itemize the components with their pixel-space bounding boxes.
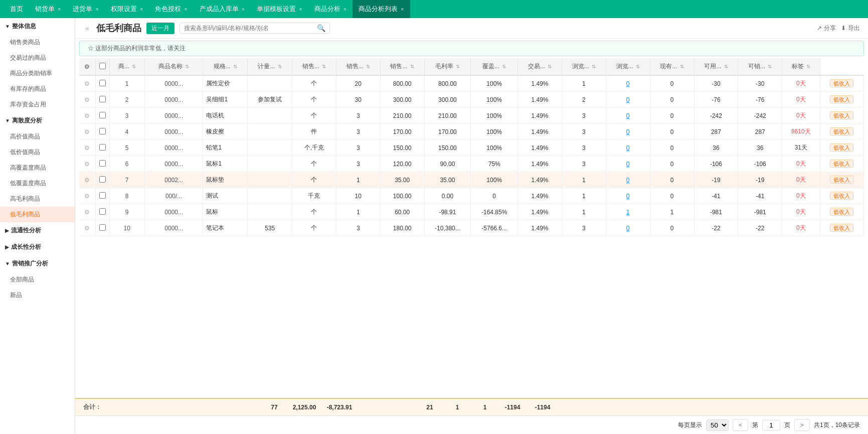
row-select-checkbox[interactable] bbox=[99, 192, 106, 199]
sidebar-item-sales-products[interactable]: 销售类商品 bbox=[0, 35, 75, 50]
export-button[interactable]: ⬇ 导出 bbox=[841, 24, 860, 33]
gross-rate-col-header[interactable]: 毛利率 ⇅ bbox=[424, 58, 471, 75]
sidebar-section-growth[interactable]: ▶ 成长性分析 bbox=[0, 239, 75, 255]
checkbox-col-header[interactable] bbox=[95, 58, 109, 75]
available-col-header[interactable]: 可用... ⇅ bbox=[694, 58, 738, 75]
browse2-col-header[interactable]: 浏览... ⇅ bbox=[606, 58, 650, 75]
sidebar-item-traded-products[interactable]: 交易过的商品 bbox=[0, 50, 75, 66]
row-checkbox[interactable] bbox=[95, 156, 109, 172]
search-input[interactable] bbox=[184, 25, 317, 32]
spec-col-header[interactable]: 规格... ⇅ bbox=[203, 58, 248, 75]
code-col-header[interactable]: 商... ⇅ bbox=[109, 58, 144, 75]
cover-rate-col-header[interactable]: 覆盖... ⇅ bbox=[471, 58, 518, 75]
nav-product-analysis-list[interactable]: 商品分析列表 × bbox=[353, 0, 410, 18]
sidebar-item-high-coverage[interactable]: 高覆盖度商品 bbox=[0, 160, 75, 176]
row-browse1[interactable]: 0 bbox=[606, 220, 650, 236]
row-browse1[interactable]: 0 bbox=[606, 75, 650, 92]
nav-template-setting[interactable]: 单据模板设置 × bbox=[251, 0, 308, 18]
sidebar-item-high-margin[interactable]: 高毛利商品 bbox=[0, 191, 75, 207]
date-filter-button[interactable]: 近一月 bbox=[146, 23, 175, 34]
nav-close-sales-order[interactable]: × bbox=[58, 6, 61, 12]
search-icon[interactable]: 🔍 bbox=[317, 24, 325, 32]
per-page-select[interactable]: 50 bbox=[706, 419, 729, 431]
sidebar-item-low-coverage[interactable]: 低覆盖度商品 bbox=[0, 176, 75, 191]
sales-qty-col-header[interactable]: 销售... ⇅ bbox=[292, 58, 336, 75]
sidebar-collapse-button[interactable]: « bbox=[83, 24, 91, 32]
row-checkbox[interactable] bbox=[95, 188, 109, 204]
trade-col-header[interactable]: 交易... ⇅ bbox=[518, 58, 562, 75]
sidebar-item-in-stock[interactable]: 有库存的商品 bbox=[0, 81, 75, 97]
nav-product-analysis[interactable]: 商品分析 × bbox=[308, 0, 353, 18]
sales-price-col-header[interactable]: 销售... ⇅ bbox=[336, 58, 380, 75]
nav-close-role-auth[interactable]: × bbox=[184, 6, 187, 12]
row-checkbox[interactable] bbox=[95, 124, 109, 140]
page-number-input[interactable] bbox=[762, 420, 780, 430]
nav-close-product-instock[interactable]: × bbox=[242, 6, 245, 12]
row-select-checkbox[interactable] bbox=[99, 80, 106, 86]
sidebar-item-high-value[interactable]: 高价值商品 bbox=[0, 129, 75, 144]
row-select-checkbox[interactable] bbox=[99, 96, 106, 102]
nav-close-product-analysis[interactable]: × bbox=[343, 6, 346, 12]
settings-col-header[interactable]: ⚙ bbox=[79, 58, 95, 75]
prev-page-button[interactable]: ＜ bbox=[733, 419, 748, 431]
sidebar-section-liquidity[interactable]: ▶ 流通性分析 bbox=[0, 222, 75, 239]
row-settings[interactable]: ⚙ bbox=[79, 220, 95, 236]
sidebar-section-dispersion[interactable]: ▼ 离散度分析 bbox=[0, 112, 75, 129]
nav-product-instock[interactable]: 产成品入库单 × bbox=[194, 0, 251, 18]
share-button[interactable]: ↗ 分享 bbox=[817, 24, 836, 33]
nav-close-permission[interactable]: × bbox=[140, 6, 143, 12]
row-select-checkbox[interactable] bbox=[99, 112, 106, 118]
select-all-checkbox[interactable] bbox=[99, 63, 106, 69]
row-select-checkbox[interactable] bbox=[99, 208, 106, 215]
row-checkbox[interactable] bbox=[95, 108, 109, 124]
row-browse1[interactable]: 0 bbox=[606, 156, 650, 172]
unit-col-header[interactable]: 计量... ⇅ bbox=[248, 58, 292, 75]
nav-close-purchase-order[interactable]: × bbox=[95, 6, 98, 12]
sidebar-item-category-sales-rate[interactable]: 商品分类助销率 bbox=[0, 66, 75, 81]
row-checkbox[interactable] bbox=[95, 92, 109, 108]
row-settings[interactable]: ⚙ bbox=[79, 172, 95, 188]
sidebar-item-low-margin[interactable]: 低毛利商品 bbox=[0, 207, 75, 222]
next-page-button[interactable]: ＞ bbox=[794, 419, 810, 431]
nav-close-product-analysis-list[interactable]: × bbox=[401, 6, 404, 12]
row-browse1[interactable]: 0 bbox=[606, 188, 650, 204]
nav-home[interactable]: 首页 bbox=[4, 0, 29, 18]
row-settings[interactable]: ⚙ bbox=[79, 140, 95, 156]
nav-permission-setting[interactable]: 权限设置 × bbox=[105, 0, 149, 18]
nav-sales-order[interactable]: 销货单 × bbox=[29, 0, 67, 18]
row-browse1[interactable]: 0 bbox=[606, 124, 650, 140]
row-browse1[interactable]: 0 bbox=[606, 108, 650, 124]
row-checkbox[interactable] bbox=[95, 172, 109, 188]
row-browse1[interactable]: 1 bbox=[606, 204, 650, 220]
row-checkbox[interactable] bbox=[95, 140, 109, 156]
row-select-checkbox[interactable] bbox=[99, 128, 106, 134]
sidebar-section-overall[interactable]: ▼ 整体信息 bbox=[0, 18, 75, 35]
nav-role-auth[interactable]: 角色授权 × bbox=[149, 0, 193, 18]
tag-col-header[interactable]: 标签 ⇅ bbox=[782, 58, 820, 75]
row-settings[interactable]: ⚙ bbox=[79, 156, 95, 172]
row-settings[interactable]: ⚙ bbox=[79, 75, 95, 92]
row-select-checkbox[interactable] bbox=[99, 176, 106, 183]
row-settings[interactable]: ⚙ bbox=[79, 204, 95, 220]
sidebar-item-low-value[interactable]: 低价值商品 bbox=[0, 144, 75, 160]
row-browse1[interactable]: 0 bbox=[606, 140, 650, 156]
sidebar-section-marketing[interactable]: ▼ 营销推广分析 bbox=[0, 255, 75, 272]
row-settings[interactable]: ⚙ bbox=[79, 188, 95, 204]
row-settings[interactable]: ⚙ bbox=[79, 108, 95, 124]
row-browse1[interactable]: 0 bbox=[606, 92, 650, 108]
sidebar-item-new-products[interactable]: 新品 bbox=[0, 287, 75, 303]
row-select-checkbox[interactable] bbox=[99, 144, 106, 151]
nav-close-template[interactable]: × bbox=[299, 6, 302, 12]
browse1-col-header[interactable]: 浏览... ⇅ bbox=[562, 58, 606, 75]
row-checkbox[interactable] bbox=[95, 220, 109, 236]
sidebar-item-stock-capital[interactable]: 库存资金占用 bbox=[0, 97, 75, 112]
row-select-checkbox[interactable] bbox=[99, 160, 106, 167]
sidebar-item-all-products[interactable]: 全部商品 bbox=[0, 272, 75, 287]
row-settings[interactable]: ⚙ bbox=[79, 124, 95, 140]
row-checkbox[interactable] bbox=[95, 75, 109, 92]
sales-amount-col-header[interactable]: 销售... ⇅ bbox=[380, 58, 424, 75]
name-col-header[interactable]: 商品名称 ⇅ bbox=[144, 58, 203, 75]
stock-now-col-header[interactable]: 现有... ⇅ bbox=[650, 58, 694, 75]
row-select-checkbox[interactable] bbox=[99, 224, 106, 231]
nav-purchase-order[interactable]: 进货单 × bbox=[67, 0, 104, 18]
